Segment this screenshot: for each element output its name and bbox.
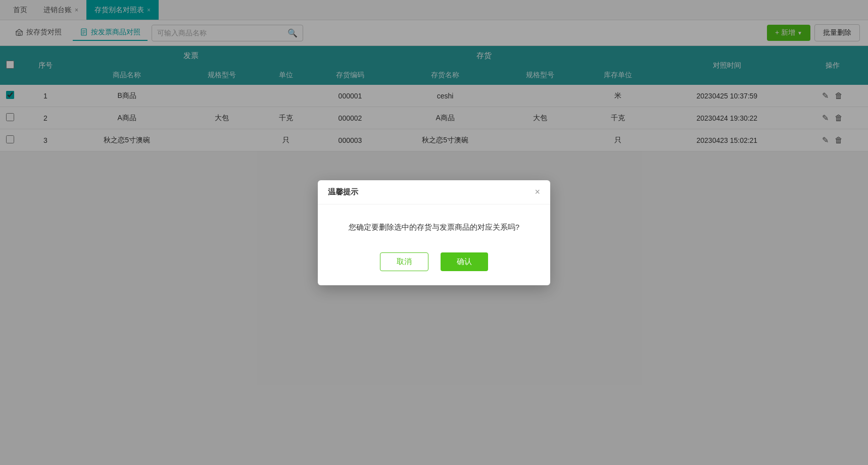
overlay: 温馨提示 × 您确定要删除选中的存货与发票商品的对应关系吗? 取消 确认	[0, 0, 868, 151]
